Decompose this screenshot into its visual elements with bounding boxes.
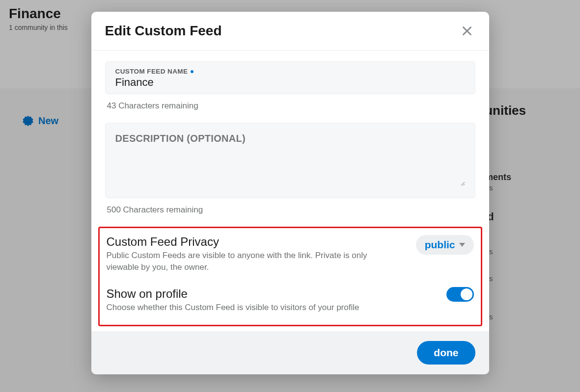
privacy-description: Public Custom Feeds are visible to anyon… [107,250,387,273]
edit-custom-feed-modal: Edit Custom Feed CUSTOM FEED NAME 43 Cha… [91,12,489,374]
show-on-profile-description: Choose whether this Custom Feed is visib… [107,302,387,314]
close-icon [461,25,473,37]
show-on-profile-toggle[interactable] [446,287,474,302]
highlighted-settings-region: Custom Feed Privacy Public Custom Feeds … [98,227,482,326]
chevron-down-icon [459,243,465,247]
show-on-profile-title: Show on profile [107,287,435,301]
name-remaining-text: 43 Characters remaining [107,101,473,111]
description-remaining-text: 500 Characters remaining [107,205,473,215]
description-textarea[interactable] [115,133,465,186]
toggle-knob-icon [461,288,472,300]
privacy-selected-value: public [425,239,455,251]
required-indicator-icon [191,70,193,73]
close-button[interactable] [459,23,475,39]
privacy-dropdown[interactable]: public [416,235,474,255]
custom-feed-name-input[interactable] [115,76,465,89]
done-button[interactable]: done [417,341,475,365]
privacy-title: Custom Feed Privacy [107,235,404,249]
name-field-label: CUSTOM FEED NAME [115,68,188,75]
custom-feed-name-field[interactable]: CUSTOM FEED NAME [105,61,475,94]
description-field[interactable] [105,123,475,198]
modal-title: Edit Custom Feed [105,23,222,39]
